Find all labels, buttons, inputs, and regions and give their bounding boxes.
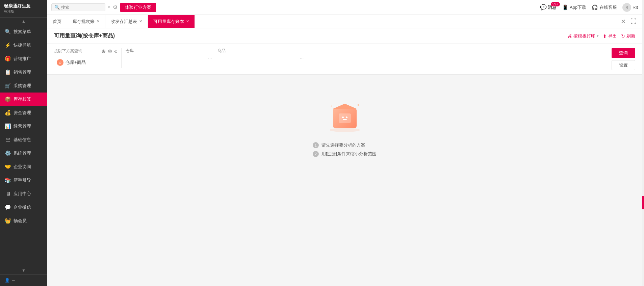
search-input[interactable] — [61, 5, 95, 10]
gear-icon[interactable]: ⚙ — [113, 4, 118, 10]
tab-receive-summary[interactable]: 收发存汇总表 ✕ — [105, 15, 148, 28]
print-label: 按模板打印 — [573, 33, 595, 39]
sidebar-item-member[interactable]: 👑 畅会员 — [0, 214, 47, 228]
filter-fields: 仓库 ··· 商品 ··· — [126, 48, 608, 62]
query-btn[interactable]: 查询 — [612, 48, 635, 58]
sidebar-item-inventory[interactable]: 📦 库存核算 — [0, 93, 47, 106]
tab-batch-account-label: 库存批次账 — [73, 19, 95, 25]
app-center-icon: 🖥 — [5, 191, 11, 197]
sidebar-item-sales[interactable]: 📋 销售管理 — [0, 66, 47, 79]
enterprise-wx-icon: 💬 — [5, 204, 11, 210]
empty-hint-1: 1 请先选择要分析的方案 — [313, 142, 377, 148]
settings-scheme-icon[interactable]: ⊗ — [108, 48, 112, 54]
user-icon: 👤 — [5, 278, 10, 283]
filter-field-warehouse: 仓库 ··· — [126, 48, 212, 62]
sidebar-item-label: 应用中心 — [14, 191, 31, 197]
add-scheme-icon[interactable]: ⊕ — [101, 48, 106, 54]
dropdown-icon[interactable]: ▾ — [108, 5, 110, 9]
sidebar: 畅康通好生意 标准版 ▲ 🔍 搜索菜单 ⚡ 快捷导航 🎁 营销推广 📋 销售管理… — [0, 0, 47, 286]
inventory-icon: 📦 — [5, 96, 11, 102]
sidebar-item-newbie[interactable]: 📚 新手引导 — [0, 174, 47, 187]
sidebar-item-system[interactable]: ⚙️ 系统管理 — [0, 147, 47, 160]
sidebar-item-operations[interactable]: 📊 经营管理 — [0, 120, 47, 133]
scroll-down-btn[interactable]: ▼ — [0, 267, 47, 274]
tab-maximize-btn[interactable]: ⛶ — [629, 17, 638, 26]
tab-close-available-ledger[interactable]: ✕ — [186, 19, 189, 24]
user-menu-btn[interactable]: R Rit — [622, 3, 638, 12]
tab-available-ledger[interactable]: 可用量库存账本 ✕ — [148, 15, 195, 28]
warehouse-field-input: ··· — [126, 55, 212, 62]
hint-text-1: 请先选择要分析的方案 — [321, 142, 365, 148]
export-btn[interactable]: ⬆ 导出 — [603, 33, 617, 39]
sales-icon: 📋 — [5, 69, 11, 75]
headset-icon: 🎧 — [592, 4, 598, 10]
sidebar-item-purchase[interactable]: 🛒 采购管理 — [0, 79, 47, 93]
sidebar-item-finance[interactable]: 💰 资金管理 — [0, 106, 47, 120]
print-btn[interactable]: 🖨 按模板打印 ▾ — [567, 33, 599, 39]
sidebar-item-label: 经营管理 — [14, 123, 31, 129]
sidebar-item-shortcut[interactable]: ⚡ 快捷导航 — [0, 38, 47, 52]
refresh-btn[interactable]: ↻ 刷新 — [621, 33, 635, 39]
scheme-warehouse-icon: ⊙ — [57, 59, 63, 66]
print-dropdown-icon[interactable]: ▾ — [597, 34, 599, 38]
sidebar-footer-user[interactable]: 👤 ··· — [0, 274, 47, 286]
app-label: App下载 — [570, 4, 586, 10]
settings-btn[interactable]: 设置 — [612, 60, 635, 70]
sidebar-item-app-center[interactable]: 🖥 应用中心 — [0, 187, 47, 201]
newbie-icon: 📚 — [5, 177, 11, 183]
page-content: 可用量查询(按仓库+商品) 🖨 按模板打印 ▾ ⬆ 导出 ↻ 刷新 — [47, 28, 642, 286]
topbar-search[interactable]: 🔍 — [51, 3, 105, 11]
sidebar-item-label: 快捷导航 — [14, 42, 31, 48]
topbar: 🔍 ▾ ⚙ 体验行业方案 💬 消息 99+ 📱 App下载 🎧 在线客服 R R… — [47, 0, 642, 15]
page-title-actions: 🖨 按模板打印 ▾ ⬆ 导出 ↻ 刷新 — [567, 33, 635, 39]
sidebar-item-search[interactable]: 🔍 搜索菜单 — [0, 25, 47, 38]
page-title-bar: 可用量查询(按仓库+商品) 🖨 按模板打印 ▾ ⬆ 导出 ↻ 刷新 — [47, 28, 642, 44]
topbar-search-icon: 🔍 — [54, 5, 60, 10]
tab-close-all-btn[interactable]: ✕ — [619, 17, 627, 27]
scheme-item-warehouse-product[interactable]: ⊙ 仓库+商品 — [54, 57, 117, 68]
warehouse-input[interactable] — [126, 56, 207, 61]
user-name: Rit — [633, 5, 638, 10]
industry-btn[interactable]: 体验行业方案 — [120, 3, 156, 12]
operations-icon: 📊 — [5, 123, 11, 129]
hint-text-2: 用[过滤]条件来缩小分析范围 — [321, 151, 377, 157]
sidebar-item-marketing[interactable]: 🎁 营销推广 — [0, 52, 47, 66]
filter-buttons: 查询 设置 — [612, 48, 635, 70]
service-label: 在线客服 — [599, 4, 617, 10]
shortcut-icon: ⚡ — [5, 42, 11, 48]
empty-state: ✦ ✦ 1 请先选择要分析的方案 2 用[过滤]条件来缩小分析范围 — [47, 75, 642, 177]
warehouse-field-label: 仓库 — [126, 48, 212, 54]
sidebar-item-enterprise-wx[interactable]: 💬 企业微信 — [0, 201, 47, 214]
tab-close-receive-summary[interactable]: ✕ — [139, 19, 142, 24]
collapse-panel-icon[interactable]: « — [114, 48, 117, 54]
sidebar-item-basic-info[interactable]: 🗃 基础信息 — [0, 133, 47, 147]
warehouse-dots-icon[interactable]: ··· — [208, 56, 212, 61]
filter-scheme-header: 按以下方案查询 ⊕ ⊗ « — [54, 48, 117, 54]
msg-badge: 99+ — [551, 2, 560, 6]
sidebar-user-label: ··· — [12, 278, 15, 283]
marketing-icon: 🎁 — [5, 56, 11, 62]
online-service-btn[interactable]: 🎧 在线客服 — [592, 4, 617, 10]
tab-batch-account[interactable]: 库存批次账 ✕ — [67, 15, 105, 28]
export-label: 导出 — [608, 33, 617, 39]
hint-num-1: 1 — [313, 142, 319, 148]
sidebar-item-label: 系统管理 — [14, 150, 31, 156]
basic-info-icon: 🗃 — [5, 137, 11, 142]
tab-close-batch-account[interactable]: ✕ — [97, 19, 100, 24]
app-download-btn[interactable]: 📱 App下载 — [562, 4, 586, 10]
product-dots-icon[interactable]: ··· — [300, 56, 304, 61]
brand-name: 畅康通好生意 — [4, 3, 43, 9]
sidebar-item-label: 营销推广 — [14, 56, 31, 62]
scheme-item-label: 仓库+商品 — [66, 59, 86, 66]
right-scrollbar[interactable] — [642, 0, 644, 286]
sidebar-item-enterprise[interactable]: 🤝 企业协同 — [0, 160, 47, 174]
tab-home[interactable]: 首页 — [47, 15, 67, 28]
scroll-up-btn[interactable]: ▲ — [0, 18, 47, 25]
finance-icon: 💰 — [5, 110, 11, 116]
sidebar-item-label: 基础信息 — [14, 137, 31, 143]
product-input[interactable] — [217, 56, 299, 61]
msg-btn[interactable]: 💬 消息 99+ — [540, 4, 557, 10]
sidebar-item-label: 采购管理 — [14, 83, 31, 89]
product-field-label: 商品 — [217, 48, 304, 54]
product-field-input: ··· — [217, 55, 304, 62]
